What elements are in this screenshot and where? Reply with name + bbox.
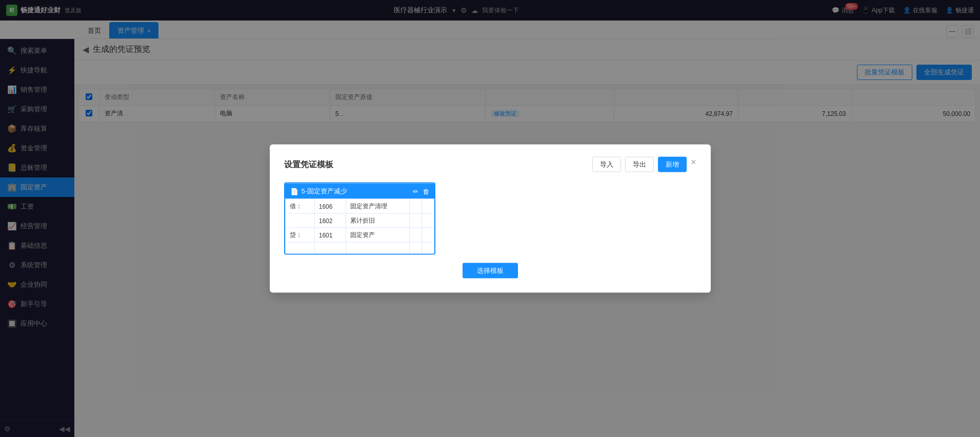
debit-account-2: 累计折旧 xyxy=(346,213,409,228)
credit-direction-1: 贷： xyxy=(285,228,314,242)
template-header-left: 📄 5-固定资产减少 xyxy=(290,187,348,196)
debit-empty-1 xyxy=(422,199,434,213)
debit-direction-1: 借： xyxy=(285,199,314,213)
debit-account-1: 固定资产清理 xyxy=(346,199,409,213)
modal-title: 设置凭证模板 xyxy=(284,159,333,170)
debit-amount-1 xyxy=(410,199,422,213)
debit-row-2: 1602 累计折旧 xyxy=(285,213,434,228)
credit-amount-1 xyxy=(410,228,422,242)
debit-row-1: 借： 1606 固定资产清理 xyxy=(285,199,434,213)
new-button[interactable]: 新增 xyxy=(658,157,687,172)
empty-row xyxy=(285,242,434,253)
template-card-header: 📄 5-固定资产减少 ✏ 🗑 xyxy=(285,184,434,199)
debit-code-2: 1602 xyxy=(314,213,346,228)
template-header-right: ✏ 🗑 xyxy=(413,187,429,195)
debit-direction-2 xyxy=(285,213,314,228)
import-button[interactable]: 导入 xyxy=(592,157,621,172)
credit-code-1: 1601 xyxy=(314,228,346,242)
template-edit-icon[interactable]: ✏ xyxy=(413,187,418,195)
credit-account-1: 固定资产 xyxy=(346,228,409,242)
template-card-body: 借： 1606 固定资产清理 1602 累计折旧 贷： xyxy=(285,199,434,254)
debit-empty-2 xyxy=(422,213,434,228)
modal-actions: 导入 导出 新增 × xyxy=(592,157,696,172)
debit-code-1: 1606 xyxy=(314,199,346,213)
modal-header: 设置凭证模板 导入 导出 新增 × xyxy=(284,157,696,172)
template-doc-icon: 📄 xyxy=(290,187,298,195)
voucher-template-modal: 设置凭证模板 导入 导出 新增 × 📄 5-固定资产减少 ✏ 🗑 借： xyxy=(270,145,711,293)
template-accounts-table: 借： 1606 固定资产清理 1602 累计折旧 贷： xyxy=(285,199,434,254)
select-template-button[interactable]: 选择模板 xyxy=(463,263,518,279)
modal-close-button[interactable]: × xyxy=(691,157,696,172)
template-name: 5-固定资产减少 xyxy=(302,187,348,196)
template-card: 📄 5-固定资产减少 ✏ 🗑 借： 1606 固定资产清理 xyxy=(284,183,435,255)
credit-empty-1 xyxy=(422,228,434,242)
template-delete-icon[interactable]: 🗑 xyxy=(423,187,429,195)
export-button[interactable]: 导出 xyxy=(625,157,654,172)
debit-amount-2 xyxy=(410,213,422,228)
credit-row-1: 贷： 1601 固定资产 xyxy=(285,228,434,242)
